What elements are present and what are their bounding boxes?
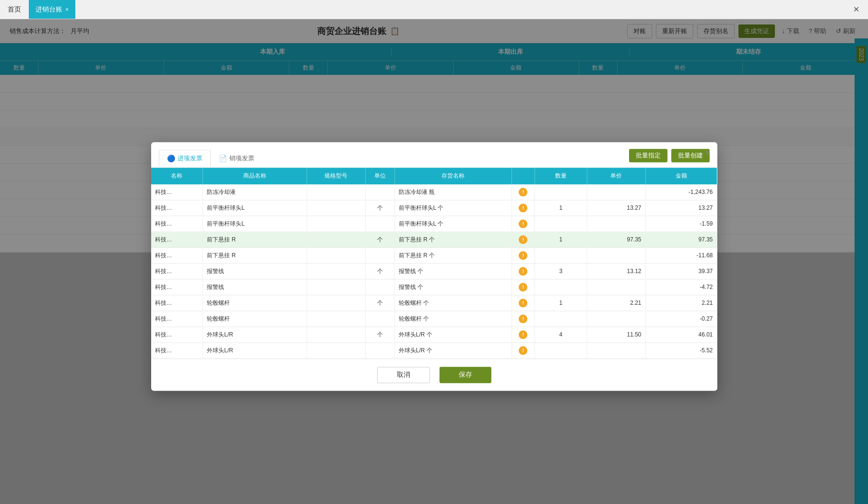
cell-qty: 1	[535, 232, 587, 248]
cell-name: 科技…	[151, 248, 203, 264]
batch-create-button[interactable]: 批量创建	[671, 149, 710, 162]
warning-icon: !	[519, 346, 527, 355]
cell-price: 13.27	[587, 200, 645, 216]
cell-price	[587, 248, 645, 264]
cell-spec	[307, 311, 365, 327]
cell-amount: -4.72	[645, 279, 717, 295]
cell-amount: 13.27	[645, 200, 717, 216]
cell-price: 2.21	[587, 295, 645, 311]
cell-unit: 个	[365, 295, 394, 311]
cell-warning: !	[511, 279, 535, 295]
cell-warning: !	[511, 184, 535, 200]
warning-icon: !	[519, 251, 527, 260]
batch-assign-button[interactable]: 批量指定	[629, 149, 667, 162]
cell-warning: !	[511, 311, 535, 327]
cell-amount: -5.52	[645, 343, 717, 359]
table-row: 科技… 前平衡杆球头L 前平衡杆球头L 个 ! -1.59	[151, 216, 717, 232]
modal-footer: 取消 保存	[151, 359, 717, 391]
tab-label: 进销台账	[36, 5, 62, 14]
cell-unit	[365, 184, 394, 200]
home-tab[interactable]: 首页	[0, 0, 29, 19]
cell-price: 97.35	[587, 232, 645, 248]
cell-inventory: 轮毂螺杆 个	[394, 295, 511, 311]
cell-spec	[307, 200, 365, 216]
th-amount: 金额	[645, 168, 717, 184]
cell-price	[587, 343, 645, 359]
cell-price	[587, 311, 645, 327]
warning-icon: !	[519, 219, 527, 228]
cell-inventory: 外球头L/R 个	[394, 343, 511, 359]
cell-unit: 个	[365, 327, 394, 343]
cell-name: 科技…	[151, 279, 203, 295]
modal-table: 名称 商品名称 规格型号 单位 存货名称 数量 单价 金额 科技… 防冻冷却液	[151, 168, 717, 359]
cell-price	[587, 279, 645, 295]
cell-product: 前平衡杆球头L	[203, 200, 307, 216]
cell-product: 外球头L/R	[203, 327, 307, 343]
tab-outgoing-invoice[interactable]: 📄 销项发票	[211, 150, 262, 167]
cell-warning: !	[511, 264, 535, 279]
cell-warning: !	[511, 248, 535, 264]
cell-unit	[365, 311, 394, 327]
cell-price	[587, 184, 645, 200]
cell-inventory: 前平衡杆球头L 个	[394, 200, 511, 216]
incoming-invoice-label: 进项发票	[178, 154, 202, 163]
top-bar: 首页 进销台账 × ✕	[0, 0, 868, 19]
cell-qty	[535, 248, 587, 264]
home-label: 首页	[8, 5, 21, 14]
cell-name: 科技…	[151, 327, 203, 343]
window-close-button[interactable]: ✕	[849, 2, 863, 17]
cell-price: 11.50	[587, 327, 645, 343]
cell-amount: -1.59	[645, 216, 717, 232]
table-row: 科技… 报警线 报警线 个 ! -4.72	[151, 279, 717, 295]
cell-name: 科技…	[151, 232, 203, 248]
cell-product: 外球头L/R	[203, 343, 307, 359]
cell-name: 科技…	[151, 200, 203, 216]
cell-unit	[365, 216, 394, 232]
cell-unit	[365, 248, 394, 264]
cell-unit: 个	[365, 264, 394, 279]
cell-inventory: 外球头L/R 个	[394, 327, 511, 343]
table-row: 科技… 防冻冷却液 防冻冷却液 瓶 ! -1,243.76	[151, 184, 717, 200]
cell-product: 防冻冷却液	[203, 184, 307, 200]
modal-close-button[interactable]: ×	[705, 148, 711, 158]
cell-amount: 2.21	[645, 295, 717, 311]
cell-product: 报警线	[203, 279, 307, 295]
cell-qty: 1	[535, 295, 587, 311]
top-bar-right: ✕	[849, 2, 868, 17]
outgoing-invoice-icon: 📄	[219, 155, 227, 162]
warning-icon: !	[519, 188, 527, 196]
cell-product: 前平衡杆球头L	[203, 216, 307, 232]
cell-name: 科技…	[151, 343, 203, 359]
modal-header-actions: 批量指定 批量创建	[629, 149, 710, 167]
th-qty: 数量	[535, 168, 587, 184]
save-button[interactable]: 保存	[440, 367, 491, 383]
cell-name: 科技…	[151, 216, 203, 232]
cell-price: 13.12	[587, 264, 645, 279]
cell-warning: !	[511, 295, 535, 311]
warning-icon: !	[519, 235, 527, 244]
cancel-button[interactable]: 取消	[377, 367, 430, 383]
cell-inventory: 报警线 个	[394, 279, 511, 295]
warning-icon: !	[519, 330, 527, 339]
cell-inventory: 防冻冷却液 瓶	[394, 184, 511, 200]
cell-warning: !	[511, 343, 535, 359]
cell-warning: !	[511, 327, 535, 343]
table-row: 科技… 轮毂螺杆 轮毂螺杆 个 ! -0.27	[151, 311, 717, 327]
cell-amount: -11.68	[645, 248, 717, 264]
cell-qty	[535, 311, 587, 327]
modal-body[interactable]: 名称 商品名称 规格型号 单位 存货名称 数量 单价 金额 科技… 防冻冷却液	[151, 168, 717, 359]
tab-incoming-invoice[interactable]: 🔵 进项发票	[159, 150, 211, 167]
table-row: 科技… 报警线 个 报警线 个 ! 3 13.12 39.37	[151, 264, 717, 279]
th-name: 名称	[151, 168, 203, 184]
tab-close-icon[interactable]: ×	[65, 6, 69, 13]
th-product: 商品名称	[203, 168, 307, 184]
cell-unit: 个	[365, 232, 394, 248]
cell-qty: 1	[535, 200, 587, 216]
cell-spec	[307, 216, 365, 232]
cell-product: 前下悬挂 R	[203, 232, 307, 248]
background-content: 销售成本计算方法： 月平均 商贸企业进销台账 📋 对账 重新开账 存货别名 生成…	[0, 19, 868, 504]
modal-table-head: 名称 商品名称 规格型号 单位 存货名称 数量 单价 金额	[151, 168, 717, 184]
active-tab[interactable]: 进销台账 ×	[29, 0, 75, 19]
cell-amount: 97.35	[645, 232, 717, 248]
th-unit: 单位	[365, 168, 394, 184]
